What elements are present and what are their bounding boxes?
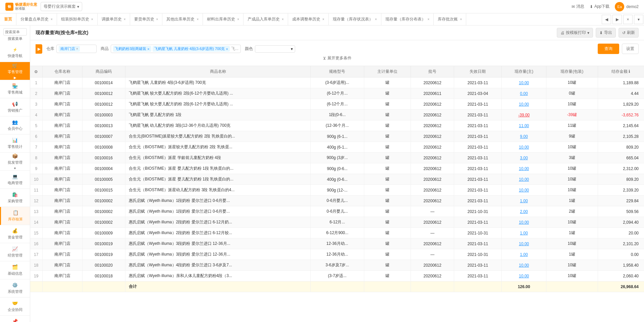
tab-mix[interactable]: 调拨单历史 × (98, 13, 130, 25)
sidebar-item-retail-stats[interactable]: 📊 零售统计 (0, 135, 30, 153)
search-input[interactable] (3, 28, 27, 36)
warehouse-tag-remove[interactable]: × (76, 47, 78, 51)
sidebar-item-basics[interactable]: 🗂️ 基础信息 (0, 261, 30, 279)
industry-selector[interactable]: 母婴行业演示账套 ▾ (41, 2, 82, 11)
tab-close-icon[interactable]: × (197, 17, 199, 21)
product-tag-container[interactable]: 飞鹤奶粉3段两罐装 × 飞鹤星飞帆 儿童奶粉 4段(3-6岁适用) 700克 ×… (111, 45, 241, 53)
refresh-button[interactable]: ↺ 刷新 (619, 28, 639, 38)
row-amount: 20.00 (598, 228, 644, 238)
tab-close-all-btn[interactable]: × (623, 15, 633, 24)
row-qty-main[interactable]: 10.00 (502, 142, 546, 153)
tab-goods-request[interactable]: 要货单历史 × (130, 13, 163, 25)
user-area[interactable]: Ea demo2 (615, 2, 639, 11)
row-amount: 229.84 (598, 196, 644, 206)
tab-close-icon[interactable]: × (124, 17, 126, 21)
sidebar-item-purchase[interactable]: 🛍️ 采购管理 (0, 189, 30, 207)
row-qty-main[interactable]: 2.00 (502, 206, 546, 217)
row-qty-main[interactable]: 10.00 (502, 217, 546, 228)
tab-cost-adjust[interactable]: 成本调整单历史 × (288, 13, 329, 25)
expand-conditions-btn[interactable]: ⊻ 展开更多条件 (323, 55, 352, 61)
query-button[interactable]: 查询 (598, 44, 619, 54)
settings-button[interactable]: 设置 (622, 44, 639, 54)
tab-close-icon[interactable]: × (375, 17, 377, 21)
row-qty-main[interactable]: 10.00 (502, 185, 546, 196)
col-settings[interactable]: ⚙ (30, 66, 42, 77)
sidebar-item-wholesale[interactable]: 📦 批发管理 ▾ (0, 153, 30, 171)
tab-menu-btn[interactable]: ▾ (634, 15, 643, 24)
row-qty-main[interactable]: 1.00 (502, 228, 546, 238)
row-qty-main[interactable]: -39.00 (502, 110, 546, 120)
guide-icon: 📌 (12, 319, 18, 322)
sidebar-item-quick-nav[interactable]: ⚡ 快捷导航 (0, 44, 30, 62)
download-label: App下载 (594, 4, 609, 9)
print-button[interactable]: 🖨 按模板打印 ▾ (557, 28, 593, 38)
product-filter-more[interactable]: 飞... (231, 46, 238, 52)
download-btn[interactable]: ⬇ App下载 (590, 4, 609, 9)
tab-next-btn[interactable]: ▶ (612, 15, 622, 24)
row-qty-main[interactable]: 10.00 (502, 99, 546, 110)
col-unit: 主计量单位 (364, 66, 411, 77)
table-row: 5 南岸门店 00100013 飞鹤星飞帆 幼儿配方奶粉 3段(12-36个月幼… (30, 120, 644, 131)
row-qty-main[interactable]: 3.00 (502, 153, 546, 163)
sidebar-item-system[interactable]: ⚙️ 系统管理 (0, 279, 30, 298)
row-qty-main[interactable]: 0.00 (502, 88, 546, 99)
sidebar-item-retail-shop[interactable]: 🏪 零售商城 (0, 80, 30, 98)
row-qty-main[interactable]: 10.00 (502, 77, 546, 88)
tab-close-icon[interactable]: × (237, 17, 239, 21)
message-btn[interactable]: ✉ 消息 (572, 4, 584, 9)
tab-close-icon[interactable]: × (428, 17, 430, 21)
sidebar-item-marketing[interactable]: 📢 营销推广 (0, 98, 30, 116)
export-button[interactable]: ⬇ 导出 (596, 28, 616, 38)
sidebar-item-inventory[interactable]: 📋 库存核算 (0, 207, 30, 225)
row-num: 16 (30, 238, 42, 249)
row-qty-main[interactable]: 10.00 (502, 271, 546, 281)
tab-disassemble[interactable]: 组装拆卸单历史 × (57, 13, 98, 25)
tab-close-icon[interactable]: × (51, 17, 53, 21)
members-icon: 👥 (12, 119, 18, 125)
tab-other-out[interactable]: 其他出库单历史 × (162, 13, 203, 25)
row-qty-main[interactable]: 10.00 (502, 238, 546, 249)
tab-nav-buttons: ◀ ▶ × ▾ (601, 15, 644, 24)
chevron-down-small-icon: ▾ (14, 166, 16, 170)
tab-produce-in[interactable]: 产成品入库单历史 × (244, 13, 288, 25)
tab-home[interactable]: 首页 (0, 13, 16, 25)
tab-split-disk[interactable]: 分量盘点单历史 × (16, 13, 57, 25)
tab-material-out[interactable]: 材料出库单历史 × (203, 13, 244, 25)
tab-stock-status[interactable]: 现存量（库存状况表） × (329, 13, 381, 25)
row-unit: 罐 (364, 228, 411, 238)
product-filter-label: 商品 (101, 46, 109, 52)
row-qty-main[interactable]: 1.00 (502, 249, 546, 260)
row-qty-main[interactable]: 1.00 (502, 196, 546, 206)
tab-close-icon[interactable]: × (282, 17, 284, 21)
expand-arrow-btn[interactable]: ▶ (36, 44, 42, 54)
sidebar-item-finance[interactable]: 💰 资金管理 (0, 225, 30, 243)
sidebar-item-guide[interactable]: 📌 新手引导 (0, 316, 30, 322)
sidebar-item-members[interactable]: 👥 会员中心 (0, 116, 30, 135)
sidebar-item-enterprise[interactable]: 🤝 企业协同 (0, 298, 30, 316)
row-warehouse: 南岸门店 (42, 142, 82, 153)
tab-close-icon[interactable]: × (91, 17, 93, 21)
tab-close-icon[interactable]: × (156, 17, 158, 21)
row-batch: 20200612 (411, 142, 454, 153)
sidebar-item-retail-mgmt[interactable]: 🛒 零售管理 ▶ (0, 62, 30, 80)
product-tag-1-remove[interactable]: × (147, 47, 149, 51)
warehouse-tag-container[interactable]: 南岸门店 × (56, 45, 97, 53)
row-num: 10 (30, 174, 42, 185)
page-header-actions: 🖨 按模板打印 ▾ ⬇ 导出 ↺ 刷新 (557, 28, 639, 38)
tab-prev-btn[interactable]: ◀ (602, 15, 611, 24)
tab-stock-dist[interactable]: 现存量（库存分布表） × (381, 13, 434, 25)
print-icon: 🖨 (560, 31, 565, 35)
row-qty-main[interactable]: 9.00 (502, 131, 546, 142)
tab-close-icon[interactable]: × (460, 17, 462, 21)
row-qty-pkg: 10罐 (546, 174, 598, 185)
sidebar-item-operations[interactable]: 📈 经营管理 (0, 243, 30, 261)
row-qty-main[interactable]: 10.00 (502, 260, 546, 271)
sidebar-item-ecommerce[interactable]: 💻 电商管理 (0, 171, 30, 189)
page-header: 现存量查询(按仓库+批次) 🖨 按模板打印 ▾ ⬇ 导出 ↺ 刷新 (30, 25, 644, 40)
row-qty-main[interactable]: 10.00 (502, 163, 546, 174)
row-qty-main[interactable]: 11.00 (502, 120, 546, 131)
tab-close-icon[interactable]: × (322, 17, 324, 21)
product-tag-2-remove[interactable]: × (226, 47, 228, 51)
tab-batch-voucher[interactable]: 库存批次账 × (434, 13, 466, 25)
row-qty-main[interactable]: 10.00 (502, 174, 546, 185)
